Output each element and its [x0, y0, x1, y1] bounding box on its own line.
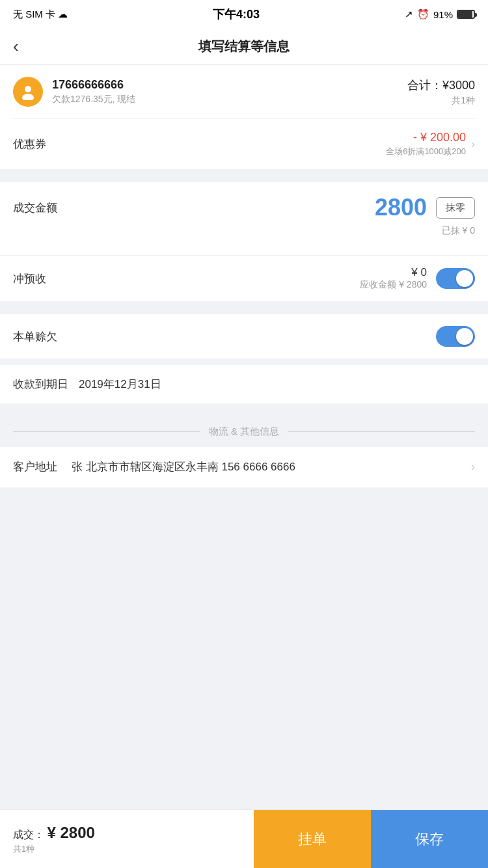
debt-label: 本单赊欠: [13, 329, 57, 344]
customer-total: 合计：¥3000 共1种: [407, 77, 475, 107]
location-icon: ↗: [405, 8, 413, 20]
bottom-deal-amount: ¥ 2800: [47, 824, 94, 841]
customer-row: 17666666666 欠款1276.35元, 现结 合计：¥3000 共1种: [0, 65, 488, 118]
address-label: 客户地址: [13, 459, 65, 474]
clock-icon: ⏰: [417, 8, 429, 20]
address-value: 张 北京市市辖区海淀区永丰南 156 6666 6666: [72, 459, 465, 476]
total-count: 共1种: [407, 95, 475, 107]
prepay-right: ¥ 0 应收金额 ¥ 2800: [360, 266, 475, 291]
duedate-row: 收款到期日 2019年12月31日: [13, 377, 475, 392]
prepay-toggle[interactable]: [436, 268, 475, 289]
customer-left: 17666666666 欠款1276.35元, 现结: [13, 77, 135, 107]
main-content: 17666666666 欠款1276.35元, 现结 合计：¥3000 共1种 …: [0, 65, 488, 552]
customer-info: 17666666666 欠款1276.35元, 现结: [52, 78, 135, 105]
duedate-section: 收款到期日 2019年12月31日: [0, 365, 488, 403]
coupon-row[interactable]: 优惠券 - ¥ 200.00 全场6折满1000减200 ›: [0, 119, 488, 169]
amount-sub: 已抹 ¥ 0: [13, 225, 475, 237]
address-section[interactable]: 客户地址 张 北京市市辖区海淀区永丰南 156 6666 6666 ›: [0, 447, 488, 487]
bottom-count: 共1种: [13, 843, 241, 855]
svg-point-0: [25, 86, 31, 92]
prepay-amount: ¥ 0: [360, 266, 427, 279]
status-right: ↗ ⏰ 91%: [405, 8, 475, 20]
amount-label: 成交金额: [13, 200, 57, 215]
duedate-value: 2019年12月31日: [79, 377, 161, 392]
amount-value: 2800: [375, 194, 427, 221]
coupon-right: - ¥ 200.00 全场6折满1000减200 ›: [386, 131, 475, 157]
bottom-summary: 成交： ¥ 2800 共1种: [0, 810, 254, 868]
gray-separator-3: [0, 410, 488, 416]
logistics-label: 物流 & 其他信息: [209, 426, 279, 438]
status-time: 下午4:03: [213, 7, 260, 22]
debt-toggle[interactable]: [436, 326, 475, 347]
transaction-section: 成交金额 2800 抹零 已抹 ¥ 0 冲预收 ¥ 0 应收金额 ¥ 2800: [0, 182, 488, 301]
prepay-sub: 应收金额 ¥ 2800: [360, 279, 427, 291]
total-amount: 合计：¥3000: [407, 77, 475, 93]
amount-row: 成交金额 2800 抹零: [13, 194, 475, 221]
status-bar: 无 SIM 卡 ☁ 下午4:03 ↗ ⏰ 91%: [0, 0, 488, 29]
status-left: 无 SIM 卡 ☁: [13, 8, 68, 21]
bottom-deal-row: 成交： ¥ 2800: [13, 824, 241, 842]
coupon-label: 优惠券: [13, 137, 46, 152]
svg-point-1: [22, 94, 34, 100]
bottom-bar: 成交： ¥ 2800 共1种 挂单 保存: [0, 809, 488, 868]
back-button[interactable]: ‹: [13, 36, 19, 57]
nav-bar: ‹ 填写结算等信息: [0, 29, 488, 65]
gray-separator-1: [0, 176, 488, 182]
debt-section: 本单赊欠: [0, 314, 488, 359]
prepay-label: 冲预收: [13, 271, 46, 286]
address-chevron-icon: ›: [471, 460, 475, 474]
battery-icon: [457, 10, 475, 19]
coupon-desc: 全场6折满1000减200: [386, 146, 466, 157]
avatar: [13, 77, 43, 107]
duedate-label: 收款到期日: [13, 377, 68, 392]
amount-section: 成交金额 2800 抹零 已抹 ¥ 0: [0, 182, 488, 249]
coupon-value: - ¥ 200.00: [386, 131, 466, 144]
save-button[interactable]: 保存: [371, 810, 488, 868]
amount-right: 2800 抹零: [375, 194, 475, 221]
prepay-row: 冲预收 ¥ 0 应收金额 ¥ 2800: [0, 255, 488, 301]
round-btn[interactable]: 抹零: [436, 197, 475, 219]
page-title: 填写结算等信息: [198, 38, 290, 55]
hang-button[interactable]: 挂单: [254, 810, 371, 868]
battery-percent: 91%: [433, 9, 453, 20]
customer-subtitle: 欠款1276.35元, 现结: [52, 94, 135, 105]
coupon-chevron-icon: ›: [471, 137, 475, 151]
logistics-separator: 物流 & 其他信息: [0, 416, 488, 447]
customer-phone: 17666666666: [52, 78, 135, 92]
bottom-deal-label: 成交：: [13, 829, 44, 840]
gray-separator-2: [0, 308, 488, 314]
prepay-text-group: ¥ 0 应收金额 ¥ 2800: [360, 266, 427, 291]
sim-label: 无 SIM 卡 ☁: [13, 8, 68, 21]
customer-section: 17666666666 欠款1276.35元, 现结 合计：¥3000 共1种 …: [0, 65, 488, 169]
